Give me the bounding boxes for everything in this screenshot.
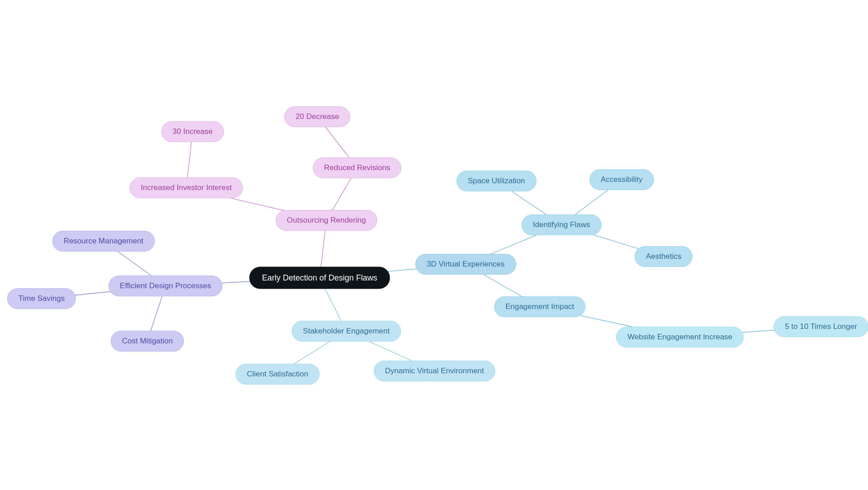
node-dynamic-virtual-environment[interactable]: Dynamic Virtual Environment xyxy=(374,361,495,381)
node-outsourcing-rendering[interactable]: Outsourcing Rendering xyxy=(276,210,377,231)
node-increased-investor-interest[interactable]: Increased Investor Interest xyxy=(129,177,243,198)
node-center[interactable]: Early Detection of Design Flaws xyxy=(249,267,390,289)
node-time-savings[interactable]: Time Savings xyxy=(7,288,76,309)
node-reduced-revisions[interactable]: Reduced Revisions xyxy=(313,157,401,178)
node-website-engagement-increase[interactable]: Website Engagement Increase xyxy=(616,327,744,347)
mindmap-canvas: Early Detection of Design Flaws Outsourc… xyxy=(0,0,868,490)
node-engagement-impact[interactable]: Engagement Impact xyxy=(494,296,585,317)
node-efficient-design-processes[interactable]: Efficient Design Processes xyxy=(108,276,222,296)
node-3d-virtual-experiences[interactable]: 3D Virtual Experiences xyxy=(415,254,516,275)
node-20-decrease[interactable]: 20 Decrease xyxy=(284,106,350,127)
node-accessibility[interactable]: Accessibility xyxy=(590,169,654,190)
node-30-increase[interactable]: 30 Increase xyxy=(161,121,224,142)
node-client-satisfaction[interactable]: Client Satisfaction xyxy=(236,364,320,385)
node-cost-mitigation[interactable]: Cost Mitigation xyxy=(111,331,184,352)
node-resource-management[interactable]: Resource Management xyxy=(52,231,155,252)
node-aesthetics[interactable]: Aesthetics xyxy=(635,246,693,267)
node-stakeholder-engagement[interactable]: Stakeholder Engagement xyxy=(292,321,401,342)
node-5-to-10-times-longer[interactable]: 5 to 10 Times Longer xyxy=(774,316,868,337)
node-identifying-flaws[interactable]: Identifying Flaws xyxy=(522,214,602,235)
node-space-utilization[interactable]: Space Utilization xyxy=(457,171,537,191)
